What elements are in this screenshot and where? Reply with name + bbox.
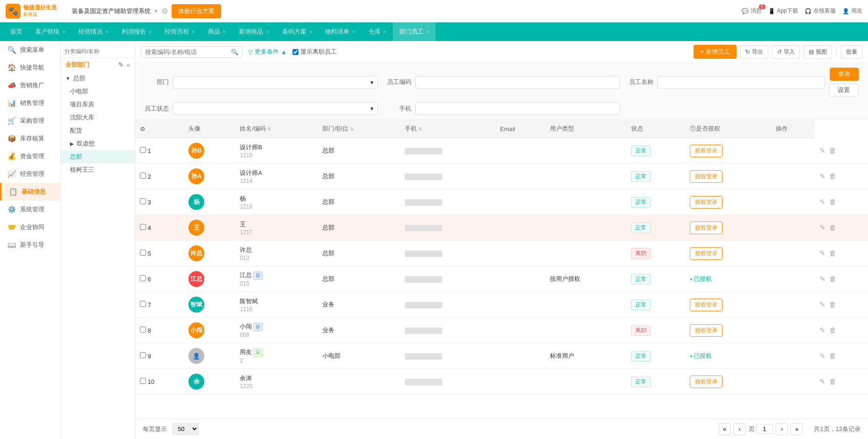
view-button[interactable]: ▤ 视图 bbox=[804, 45, 832, 59]
page-number-input[interactable] bbox=[756, 424, 773, 434]
nav-tab-仓库[interactable]: 仓库× bbox=[362, 22, 393, 41]
dept-node-xdb[interactable]: 小电部 bbox=[61, 85, 135, 98]
more-condition-btn[interactable]: ▽ 更多条件 ▲ bbox=[248, 48, 287, 56]
app-download-item[interactable]: 📱 App下载 bbox=[768, 7, 798, 15]
close-tab-icon[interactable]: × bbox=[309, 29, 312, 35]
row-checkbox[interactable] bbox=[140, 250, 146, 256]
close-tab-icon[interactable]: × bbox=[105, 29, 108, 35]
sidebar-item-marketing[interactable]: 📣营销推广 bbox=[0, 77, 60, 94]
delete-button[interactable]: 🗑 bbox=[829, 352, 836, 360]
delete-button[interactable]: 🗑 bbox=[829, 198, 836, 206]
per-page-select[interactable]: 50 100 bbox=[173, 423, 199, 435]
delete-button[interactable]: 🗑 bbox=[829, 326, 836, 334]
close-tab-icon[interactable]: × bbox=[223, 29, 226, 35]
nav-tab-部门员工[interactable]: 部门员工× bbox=[393, 22, 436, 41]
auth-login-button[interactable]: 授权登录 bbox=[690, 196, 722, 209]
sidebar-item-guide[interactable]: 📖新手引导 bbox=[0, 236, 60, 254]
row-checkbox[interactable] bbox=[140, 378, 146, 384]
row-checkbox[interactable] bbox=[140, 275, 146, 281]
delete-button[interactable]: 🗑 bbox=[829, 275, 836, 283]
search-input[interactable] bbox=[145, 49, 229, 56]
status-filter-select[interactable]: ▾ bbox=[173, 102, 378, 115]
sidebar-item-operations[interactable]: 📈经营管理 bbox=[0, 165, 60, 183]
sidebar-item-purchase[interactable]: 🛒采购管理 bbox=[0, 112, 60, 130]
edit-button[interactable]: ✎ bbox=[819, 198, 826, 206]
dept-node-syds[interactable]: 沈阳大库 bbox=[61, 111, 135, 124]
auth-login-button[interactable]: 授权登录 bbox=[690, 299, 722, 311]
sidebar-item-sales[interactable]: 📊销售管理 bbox=[0, 94, 60, 112]
show-former-checkbox[interactable] bbox=[292, 49, 299, 55]
dept-node-phwse[interactable]: 植树王三 bbox=[61, 163, 135, 176]
query-button[interactable]: 查询 bbox=[830, 68, 859, 81]
edit-button[interactable]: ✎ bbox=[819, 172, 826, 181]
nav-tab-经营情况[interactable]: 经营情况× bbox=[72, 22, 115, 41]
message-item[interactable]: 💬 消息 5 bbox=[742, 7, 762, 15]
nav-tab-新增商品[interactable]: 新增商品× bbox=[232, 22, 275, 41]
sidebar-item-search[interactable]: 🔍搜索菜单 bbox=[0, 41, 60, 59]
sidebar-item-basic[interactable]: 📋基础信息 bbox=[0, 183, 60, 201]
last-page-btn[interactable]: » bbox=[791, 423, 803, 435]
col-header-name[interactable]: 姓名/编码⇅ bbox=[235, 120, 318, 138]
sortable-col-dept[interactable]: 部门/职位⇅ bbox=[322, 125, 396, 133]
add-employee-button[interactable]: + 新增员工 bbox=[694, 45, 736, 59]
row-checkbox[interactable] bbox=[140, 224, 146, 230]
user-item[interactable]: 👤 用友 bbox=[842, 7, 862, 15]
row-checkbox[interactable] bbox=[140, 352, 146, 358]
delete-button[interactable]: 🗑 bbox=[829, 249, 836, 258]
dept-node-zb[interactable]: ▼总部 bbox=[61, 72, 135, 85]
delete-button[interactable]: 🗑 bbox=[829, 377, 836, 386]
batch-button[interactable]: 批量 bbox=[841, 45, 862, 59]
row-checkbox[interactable] bbox=[140, 173, 146, 179]
close-tab-icon[interactable]: × bbox=[149, 29, 152, 35]
nav-tab-商品[interactable]: 商品× bbox=[201, 22, 232, 41]
auth-login-button[interactable]: 授权登录 bbox=[690, 222, 722, 234]
edit-button[interactable]: ✎ bbox=[819, 223, 826, 232]
close-tab-icon[interactable]: × bbox=[62, 29, 65, 35]
row-checkbox[interactable] bbox=[140, 198, 146, 204]
dept-node-xmks[interactable]: 项目库房 bbox=[61, 98, 135, 111]
edit-button[interactable]: ✎ bbox=[819, 146, 826, 155]
trial-button[interactable]: 体验行业方案 bbox=[172, 4, 221, 18]
dept-filter-select[interactable]: ▾ bbox=[173, 76, 378, 89]
nav-tab-经营历程[interactable]: 经营历程× bbox=[158, 22, 201, 41]
edit-button[interactable]: ✎ bbox=[819, 352, 826, 360]
settings-icon[interactable]: ⚙ bbox=[161, 7, 168, 15]
code-filter-input[interactable] bbox=[415, 76, 620, 89]
delete-button[interactable]: 🗑 bbox=[829, 300, 836, 309]
close-tab-icon[interactable]: × bbox=[192, 29, 194, 35]
sortable-col-name[interactable]: 姓名/编码⇅ bbox=[240, 125, 313, 133]
edit-button[interactable]: ✎ bbox=[819, 249, 826, 258]
edit-button[interactable]: ✎ bbox=[819, 326, 826, 334]
online-service-item[interactable]: 🎧 在线客服 bbox=[805, 7, 836, 15]
close-tab-icon[interactable]: × bbox=[266, 29, 269, 35]
phone-filter-input[interactable] bbox=[415, 102, 620, 115]
dept-node-zb2[interactable]: 总部 bbox=[61, 150, 135, 163]
prev-page-btn[interactable]: ‹ bbox=[734, 423, 746, 435]
nav-tab-首页[interactable]: 首页 bbox=[4, 22, 29, 41]
auth-login-button[interactable]: 授权登录 bbox=[690, 376, 722, 388]
row-checkbox[interactable] bbox=[140, 301, 146, 307]
nav-tab-利润报告[interactable]: 利润报告× bbox=[115, 22, 158, 41]
dept-node-ssx[interactable]: ▶双虚想 bbox=[61, 137, 135, 150]
sidebar-item-inventory[interactable]: 📦库存核算 bbox=[0, 130, 60, 147]
nav-tab-物料清单[interactable]: 物料清单× bbox=[319, 22, 361, 41]
sortable-col-phone[interactable]: 手机⇅ bbox=[405, 125, 491, 133]
row-checkbox[interactable] bbox=[140, 147, 146, 153]
row-checkbox[interactable] bbox=[140, 327, 146, 333]
edit-button[interactable]: ✎ bbox=[819, 300, 826, 309]
edit-button[interactable]: ✎ bbox=[819, 275, 826, 283]
set-button[interactable]: 设置 bbox=[829, 84, 859, 97]
edit-button[interactable]: ✎ bbox=[819, 377, 826, 386]
delete-button[interactable]: 🗑 bbox=[829, 146, 836, 155]
auth-login-button[interactable]: 授权登录 bbox=[690, 170, 722, 183]
sidebar-item-finance[interactable]: 💰资金管理 bbox=[0, 147, 60, 165]
dept-collapse-icon[interactable]: « bbox=[126, 61, 130, 69]
dropdown-arrow-icon[interactable]: ▾ bbox=[154, 7, 158, 14]
dept-node-ph[interactable]: 配货 bbox=[61, 124, 135, 137]
search-icon[interactable]: 🔍 bbox=[231, 49, 238, 56]
close-tab-icon[interactable]: × bbox=[352, 29, 355, 35]
export-button[interactable]: ↻ 导出 bbox=[740, 45, 768, 59]
import-button[interactable]: ↺ 导入 bbox=[772, 45, 800, 59]
auth-login-button[interactable]: 授权登录 bbox=[690, 145, 722, 157]
name-filter-input[interactable] bbox=[657, 76, 825, 89]
